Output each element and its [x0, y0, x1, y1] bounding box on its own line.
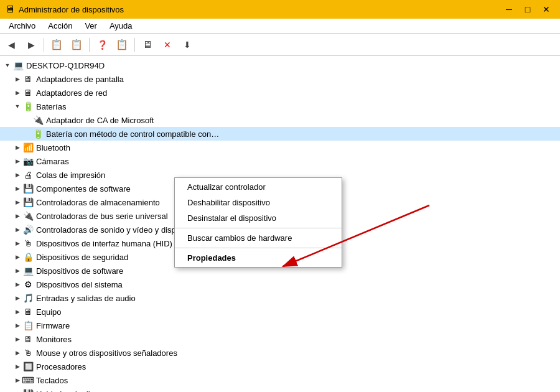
icon-adaptadores-red: 🖥: [22, 87, 34, 98]
tree-item-bateria-metodo[interactable]: ▶🔋Batería con método de control compatib…: [0, 127, 560, 141]
label-bluetooth: Bluetooth: [36, 143, 70, 152]
label-equipo: Equipo: [36, 307, 61, 317]
tree-item-procesadores[interactable]: ▶🔲Procesadores: [0, 360, 560, 373]
tree-item-teclados[interactable]: ▶⌨Teclados: [0, 373, 560, 387]
tree-item-dispositivos-sistema[interactable]: ▶⚙Dispositivos del sistema: [0, 278, 560, 291]
context-menu-sep-3: [175, 248, 342, 248]
label-adaptador-ca: Adaptador de CA de Microsoft: [46, 116, 154, 125]
chevron-dispositivos-hid: ▶: [12, 238, 22, 248]
toolbar-btn-scan[interactable]: ⬇: [179, 36, 196, 54]
chevron-bateria-metodo: ▶: [22, 129, 32, 139]
label-procesadores: Procesadores: [36, 362, 86, 371]
context-menu-item-desinstalar[interactable]: Desinstalar el dispositivo: [175, 210, 342, 226]
toolbar-btn-list[interactable]: 📋: [113, 36, 131, 54]
menu-ver[interactable]: Ver: [78, 20, 103, 32]
toolbar-btn-update[interactable]: 📋: [68, 36, 85, 54]
icon-controladoras-bus: 🔌: [22, 210, 34, 222]
tree-item-bluetooth[interactable]: ▶📶Bluetooth: [0, 141, 560, 154]
label-baterias: Baterías: [36, 102, 66, 111]
menu-accion[interactable]: Acción: [42, 20, 78, 32]
tree-item-adaptadores-red[interactable]: ▶🖥Adaptadores de red: [0, 86, 560, 100]
toolbar-sep-2: [89, 38, 90, 52]
chevron-dispositivos-sistema: ▶: [12, 279, 22, 289]
chevron-baterias: ▼: [12, 101, 22, 111]
chevron-adaptadores-pantalla: ▶: [12, 74, 22, 84]
icon-bluetooth: 📶: [22, 142, 34, 153]
label-unidades-disco: Unidades de disco: [36, 390, 103, 393]
toolbar-btn-monitor[interactable]: 🖥: [139, 36, 156, 54]
tree-item-monitores[interactable]: ▶🖥Monitores: [0, 332, 560, 346]
title-bar: 🖥 Administrador de dispositivos ─ □ ✕: [0, 0, 560, 19]
label-dispositivos-sistema: Dispositivos del sistema: [36, 280, 123, 289]
context-menu-item-propiedades[interactable]: Propiedades: [175, 250, 342, 266]
chevron-bluetooth: ▶: [12, 142, 22, 152]
icon-componentes-software: 💾: [22, 183, 34, 194]
label-adaptadores-red: Adaptadores de red: [36, 88, 107, 98]
title-bar-text: Administrador de dispositivos: [19, 5, 500, 14]
label-camaras: Cámaras: [36, 157, 69, 166]
tree-item-mouse[interactable]: ▶🖱Mouse y otros dispositivos señaladores: [0, 346, 560, 360]
icon-mouse: 🖱: [22, 347, 34, 358]
icon-dispositivos-seguridad: 🔒: [22, 251, 34, 263]
close-button[interactable]: ✕: [538, 2, 555, 16]
context-menu: Actualizar controladorDeshabilitar dispo…: [174, 177, 342, 268]
context-menu-item-deshabilitar[interactable]: Deshabilitar dispositivo: [175, 195, 342, 210]
toolbar-sep-1: [44, 38, 44, 52]
label-root: DESKTOP-Q1DR94D: [26, 61, 105, 70]
toolbar-btn-properties[interactable]: 📋: [48, 36, 65, 54]
tree-item-equipo[interactable]: ▶🖥Equipo: [0, 305, 560, 319]
icon-bateria-metodo: 🔋: [32, 128, 44, 139]
label-dispositivos-seguridad: Dispositivos de seguridad: [36, 253, 128, 262]
minimize-button[interactable]: ─: [500, 2, 518, 16]
icon-dispositivos-sistema: ⚙: [22, 279, 34, 290]
label-bateria-metodo: Batería con método de control compatible…: [46, 129, 219, 139]
tree-item-unidades-disco[interactable]: ▶💾Unidades de disco: [0, 387, 560, 392]
icon-controladoras-almacenamiento: 💾: [22, 197, 34, 208]
chevron-camaras: ▶: [12, 156, 22, 166]
device-tree[interactable]: ▼💻DESKTOP-Q1DR94D▶🖥Adaptadores de pantal…: [0, 56, 560, 392]
icon-unidades-disco: 💾: [22, 388, 34, 392]
maximize-button[interactable]: □: [519, 2, 536, 16]
forward-button[interactable]: ▶: [22, 36, 40, 54]
chevron-monitores: ▶: [12, 334, 22, 344]
chevron-controladoras-bus: ▶: [12, 211, 22, 221]
tree-item-adaptadores-pantalla[interactable]: ▶🖥Adaptadores de pantalla: [0, 72, 560, 86]
chevron-teclados: ▶: [12, 375, 22, 385]
icon-equipo: 🖥: [22, 306, 34, 317]
icon-baterias: 🔋: [22, 101, 34, 112]
label-componentes-software: Componentes de software: [36, 184, 131, 194]
chevron-mouse: ▶: [12, 348, 22, 358]
toolbar-btn-help[interactable]: ❓: [93, 36, 111, 54]
menu-archivo[interactable]: Archivo: [2, 20, 42, 32]
label-dispositivos-hid: Dispositivos de interfaz humana (HID): [36, 239, 172, 248]
tree-item-baterias[interactable]: ▼🔋Baterías: [0, 100, 560, 113]
tree-item-root[interactable]: ▼💻DESKTOP-Q1DR94D: [0, 58, 560, 72]
menu-ayuda[interactable]: Ayuda: [103, 20, 139, 32]
icon-colas-impresion: 🖨: [22, 169, 34, 180]
label-adaptadores-pantalla: Adaptadores de pantalla: [36, 75, 124, 84]
label-teclados: Teclados: [36, 376, 68, 385]
label-dispositivos-software: Dispositivos de software: [36, 266, 123, 276]
tree-item-firmware[interactable]: ▶📋Firmware: [0, 319, 560, 332]
toolbar-sep-3: [134, 38, 135, 52]
chevron-unidades-disco: ▶: [12, 389, 22, 392]
tree-item-entradas-salidas[interactable]: ▶🎵Entradas y salidas de audio: [0, 291, 560, 305]
icon-entradas-salidas: 🎵: [22, 292, 34, 304]
chevron-firmware: ▶: [12, 320, 22, 330]
icon-procesadores: 🔲: [22, 361, 34, 372]
context-menu-item-actualizar[interactable]: Actualizar controlador: [175, 179, 342, 195]
chevron-dispositivos-seguridad: ▶: [12, 252, 22, 262]
label-colas-impresion: Colas de impresión: [36, 170, 105, 180]
title-bar-controls: ─ □ ✕: [500, 2, 555, 16]
label-controladoras-bus: Controladoras de bus serie universal: [36, 212, 168, 221]
tree-item-camaras[interactable]: ▶📷Cámaras: [0, 154, 560, 168]
chevron-entradas-salidas: ▶: [12, 293, 22, 303]
toolbar-btn-remove[interactable]: ✕: [159, 36, 176, 54]
back-button[interactable]: ◀: [2, 36, 20, 54]
label-monitores: Monitores: [36, 335, 72, 344]
context-menu-item-buscar[interactable]: Buscar cambios de hardware: [175, 230, 342, 246]
icon-teclados: ⌨: [22, 375, 34, 386]
chevron-adaptadores-red: ▶: [12, 88, 22, 98]
tree-item-adaptador-ca[interactable]: ▶🔌Adaptador de CA de Microsoft: [0, 113, 560, 127]
chevron-root: ▼: [2, 60, 12, 70]
